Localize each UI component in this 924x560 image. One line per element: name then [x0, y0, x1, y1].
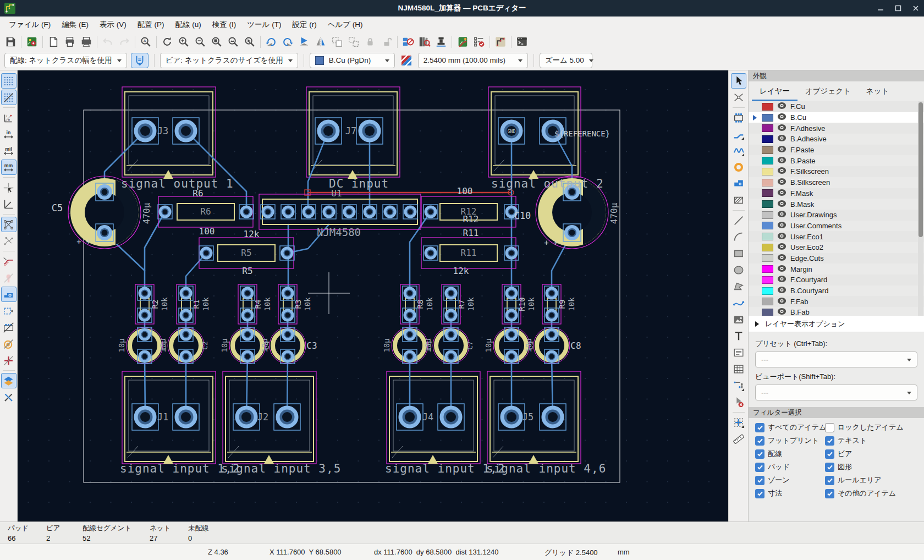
- group-button[interactable]: [329, 34, 345, 50]
- scripting-console-button[interactable]: [514, 34, 530, 50]
- filter-ビア[interactable]: ビア: [825, 449, 924, 459]
- zones-mode-tool[interactable]: [1, 336, 16, 352]
- menu-0[interactable]: ファイル (F): [3, 18, 56, 32]
- filter-ルールエリア[interactable]: ルールエリア: [825, 475, 924, 485]
- layer-color-swatch[interactable]: [762, 168, 773, 175]
- layer-color-swatch[interactable]: [762, 114, 773, 122]
- filter-その他のアイテム[interactable]: その他のアイテム: [825, 488, 924, 498]
- lock-button[interactable]: [362, 34, 378, 50]
- layer-list-scrollbar[interactable]: [918, 101, 923, 316]
- eye-icon[interactable]: [777, 124, 787, 133]
- layer-color-swatch[interactable]: [762, 146, 773, 154]
- units-mil-tool[interactable]: mil: [1, 143, 16, 158]
- zoom-select[interactable]: ズーム 5.00: [540, 53, 592, 68]
- ratsnest-curved-tool[interactable]: [1, 233, 16, 249]
- route-tracks-tool[interactable]: [731, 127, 746, 142]
- filter-ロックしたアイテム[interactable]: ロックしたアイテム: [825, 422, 924, 432]
- layer-color-swatch[interactable]: [762, 254, 773, 262]
- rule-area-tool[interactable]: [731, 193, 746, 208]
- flip-board-button[interactable]: [296, 34, 312, 50]
- menu-8[interactable]: ヘルプ (H): [322, 18, 369, 32]
- graphics-mode-tool[interactable]: [1, 303, 16, 319]
- scrollbar-thumb[interactable]: [919, 102, 923, 237]
- eye-icon[interactable]: [777, 297, 787, 306]
- layer-row-F.Silkscreen[interactable]: F.Silkscreen: [749, 166, 924, 177]
- zoom-out-button[interactable]: [192, 34, 208, 50]
- measure-tool[interactable]: [731, 431, 746, 447]
- refresh-button[interactable]: [159, 34, 175, 50]
- layer-color-swatch[interactable]: [762, 265, 773, 273]
- draw-arc-tool[interactable]: [731, 229, 746, 245]
- filter-テキスト[interactable]: テキスト: [825, 436, 924, 446]
- eye-icon[interactable]: [777, 221, 787, 230]
- mirror-button[interactable]: [312, 34, 329, 50]
- layer-row-B.Silkscreen[interactable]: B.Silkscreen: [749, 177, 924, 188]
- eye-icon[interactable]: [777, 232, 787, 241]
- checkbox-icon[interactable]: [755, 489, 765, 498]
- filter-寸法[interactable]: 寸法: [755, 488, 825, 498]
- crosshair-45-tool[interactable]: [1, 196, 16, 212]
- filter-ゾーン[interactable]: ゾーン: [755, 475, 825, 485]
- layer-row-B.Adhesive[interactable]: B.Adhesive: [749, 134, 924, 145]
- checkbox-icon[interactable]: [825, 489, 834, 498]
- tracks-mode-tool[interactable]: [1, 254, 16, 269]
- eye-icon[interactable]: [777, 275, 787, 284]
- layer-color-swatch[interactable]: [762, 179, 773, 186]
- redo-button[interactable]: [116, 34, 133, 50]
- units-mm-tool[interactable]: mm: [1, 160, 16, 175]
- delete-tool-tool[interactable]: [731, 394, 746, 410]
- plot-button[interactable]: [78, 34, 95, 50]
- draw-zone-tool[interactable]: [731, 176, 746, 191]
- layer-row-Margin[interactable]: Margin: [749, 263, 924, 274]
- layer-color-swatch[interactable]: [762, 298, 773, 305]
- undo-button[interactable]: [100, 34, 116, 50]
- eye-icon[interactable]: [777, 167, 787, 176]
- draw-circle-tool[interactable]: [731, 262, 746, 278]
- place-footprint-tool[interactable]: [731, 110, 746, 125]
- checkbox-icon[interactable]: [755, 436, 765, 446]
- eye-icon[interactable]: [777, 113, 787, 122]
- viewport-dropdown[interactable]: ---: [755, 385, 917, 400]
- highlight-net-tool[interactable]: [731, 90, 746, 105]
- zoom-in-button[interactable]: [175, 34, 192, 50]
- layer-row-B.Courtyard[interactable]: B.Courtyard: [749, 286, 924, 297]
- layer-row-User.Comments[interactable]: User.Comments: [749, 221, 924, 232]
- tab-レイヤー[interactable]: レイヤー: [752, 81, 798, 101]
- board-setup-button[interactable]: [24, 34, 40, 50]
- cursor-shape-tool[interactable]: [1, 180, 16, 195]
- layer-row-User.Eco2[interactable]: User.Eco2: [749, 242, 924, 253]
- filter-パッド[interactable]: パッド: [755, 462, 825, 472]
- eye-icon[interactable]: [777, 102, 787, 111]
- zoom-selection-button[interactable]: [241, 34, 258, 50]
- layer-color-swatch[interactable]: [762, 211, 773, 219]
- high-contrast-tool[interactable]: [1, 373, 16, 388]
- draw-line-tool[interactable]: [731, 213, 746, 228]
- draw-polygon-tool[interactable]: [731, 279, 746, 294]
- layer-row-Edge.Cuts[interactable]: Edge.Cuts: [749, 253, 924, 264]
- layer-color-swatch[interactable]: [762, 124, 773, 132]
- menu-2[interactable]: 表示 (V): [94, 18, 132, 32]
- update-pcb-from-schematic-button[interactable]: [454, 34, 471, 50]
- zoom-objects-button[interactable]: [225, 34, 241, 50]
- select-tool[interactable]: [731, 73, 746, 89]
- save-button[interactable]: [2, 34, 19, 50]
- layer-row-F.Cu[interactable]: F.Cu: [749, 101, 924, 112]
- menu-1[interactable]: 編集 (E): [56, 18, 94, 32]
- swap-footprints-button[interactable]: [400, 34, 416, 50]
- layer-row-B.Fab[interactable]: B.Fab: [749, 307, 924, 316]
- layer-color-swatch[interactable]: [762, 309, 773, 316]
- eye-icon[interactable]: [777, 134, 787, 144]
- add-table-tool[interactable]: [731, 361, 746, 377]
- grid-select[interactable]: 2.5400 mm (100.00 mils): [418, 53, 528, 68]
- track-cleanup-button[interactable]: [492, 34, 509, 50]
- checkbox-icon[interactable]: [755, 476, 765, 485]
- add-image-tool[interactable]: [731, 312, 746, 327]
- minimize-icon[interactable]: [876, 3, 886, 13]
- layer-color-swatch[interactable]: [762, 233, 773, 240]
- menu-3[interactable]: 配置 (P): [132, 18, 170, 32]
- eye-icon[interactable]: [777, 243, 787, 252]
- inactive-layer-mode-tool[interactable]: [1, 353, 16, 368]
- track-width-select[interactable]: 配線: ネットクラスの幅を使用: [4, 53, 127, 68]
- maximize-icon[interactable]: [893, 3, 903, 13]
- unlock-button[interactable]: [378, 34, 395, 50]
